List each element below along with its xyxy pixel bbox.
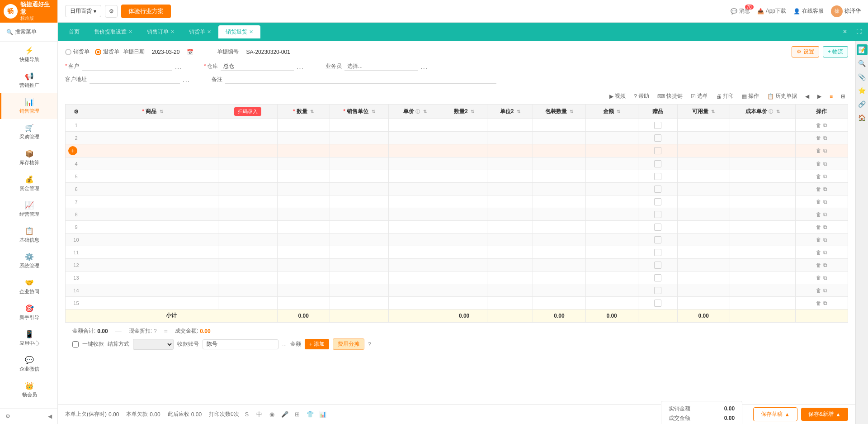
gift-checkbox[interactable] — [654, 262, 661, 269]
sales-doc-radio[interactable]: 销货单 — [65, 48, 90, 56]
save-new-btn[interactable]: 保存&新增 ▲ — [801, 408, 848, 421]
gift-checkbox[interactable] — [654, 122, 661, 129]
copy-row-btn[interactable]: ⧉ — [823, 249, 827, 256]
scan-btn[interactable]: 扫码录入 — [234, 107, 261, 116]
prev-btn[interactable]: ◀ — [802, 92, 812, 101]
sidebar-item-basic-info[interactable]: 📋 基础信息 — [0, 222, 57, 248]
product-cell[interactable] — [87, 233, 218, 246]
customer-input[interactable] — [82, 62, 172, 71]
sidebar-item-purchase-mgmt[interactable]: 🛒 采购管理 — [0, 119, 57, 145]
gift-checkbox[interactable] — [654, 287, 661, 294]
gift-checkbox[interactable] — [654, 211, 661, 218]
tab-sales-return[interactable]: 销货退货 ✕ — [218, 25, 260, 38]
message-btn[interactable]: 💬 消息 70 — [731, 7, 750, 15]
right-panel-icon-6[interactable]: 🏠 — [857, 112, 868, 123]
print-tool-1[interactable]: S — [242, 410, 252, 419]
industry-dropdown[interactable]: 日用百货 ▾ — [65, 5, 101, 17]
tab-close-all-btn[interactable]: ✕ — [840, 28, 850, 36]
delete-row-btn[interactable]: 🗑 — [816, 237, 821, 243]
product-cell[interactable] — [87, 221, 218, 233]
gift-checkbox[interactable] — [654, 198, 661, 205]
delete-row-btn[interactable]: 🗑 — [816, 211, 821, 218]
product-cell[interactable] — [87, 132, 218, 144]
app-download-btn[interactable]: 📥 App下载 — [757, 7, 786, 15]
print-tool-7[interactable]: 📊 — [318, 410, 328, 419]
copy-row-btn[interactable]: ⧉ — [823, 262, 827, 268]
sidebar-item-app-center[interactable]: 📱 应用中心 — [0, 325, 57, 351]
tab-sales-delivery-close[interactable]: ✕ — [207, 29, 211, 35]
user-info[interactable]: 徐 徐泽华 — [831, 5, 861, 17]
gift-checkbox[interactable] — [654, 249, 661, 256]
shortcut-btn[interactable]: ⌨ 快捷键 — [655, 91, 685, 101]
warehouse-input[interactable] — [221, 62, 294, 71]
right-panel-icon-4[interactable]: ⭐ — [857, 85, 868, 96]
tab-fullscreen-btn[interactable]: ⛶ — [854, 28, 864, 36]
account-dots[interactable]: ... — [282, 341, 287, 348]
tab-sales-return-close[interactable]: ✕ — [249, 29, 253, 35]
expense-split-btn[interactable]: 费用分摊 — [333, 338, 364, 350]
tab-price-setup-close[interactable]: ✕ — [128, 29, 132, 35]
doc-date-value[interactable]: 2023-03-20 — [152, 49, 179, 55]
copy-row-btn[interactable]: ⧉ — [823, 275, 827, 281]
grid-view-btn[interactable]: ⊞ — [838, 92, 848, 101]
tab-price-setup[interactable]: 售价提取设置 ✕ — [87, 25, 140, 38]
right-panel-icon-5[interactable]: 🔗 — [857, 99, 868, 110]
product-cell[interactable] — [87, 208, 218, 221]
col-settings-header[interactable]: ⚙ — [66, 105, 87, 119]
tab-sales-order[interactable]: 销售订单 ✕ — [140, 25, 182, 38]
staff-dots[interactable]: ... — [420, 62, 428, 71]
product-cell[interactable] — [87, 272, 218, 284]
product-cell[interactable] — [87, 144, 218, 157]
sidebar-item-new-guide[interactable]: 🎯 新手引导 — [0, 300, 57, 325]
product-cell[interactable] — [87, 195, 218, 208]
gift-checkbox[interactable] — [654, 274, 661, 281]
set-btn[interactable]: ⚙ 设置 — [792, 46, 819, 57]
sidebar-collapse-icon[interactable]: ◀ — [48, 413, 52, 419]
right-panel-icon-1[interactable]: 📝 — [857, 44, 868, 55]
delete-row-btn[interactable]: 🗑 — [816, 224, 821, 230]
print-tool-3[interactable]: ◉ — [267, 410, 277, 419]
delete-row-btn[interactable]: 🗑 — [816, 122, 821, 129]
copy-row-btn[interactable]: ⧉ — [823, 300, 827, 306]
product-cell[interactable] — [87, 246, 218, 259]
product-cell[interactable] — [87, 183, 218, 195]
history-btn[interactable]: 📋 历史单据 — [764, 91, 800, 101]
delete-row-btn[interactable]: 🗑 — [816, 135, 821, 141]
sidebar-item-system-mgmt[interactable]: ⚙️ 系统管理 — [0, 248, 57, 274]
copy-row-btn[interactable]: ⧉ — [823, 224, 827, 230]
copy-row-btn[interactable]: ⧉ — [823, 148, 827, 154]
gift-checkbox[interactable] — [654, 224, 661, 231]
delete-row-btn[interactable]: 🗑 — [816, 249, 821, 256]
delete-row-btn[interactable]: 🗑 — [816, 161, 821, 167]
delete-row-btn[interactable]: 🗑 — [816, 173, 821, 180]
operate-btn[interactable]: ▦ 操作 — [739, 91, 762, 101]
right-panel-icon-2[interactable]: 🔍 — [857, 58, 868, 69]
tab-home[interactable]: 首页 — [61, 25, 87, 38]
customer-dots[interactable]: ... — [175, 62, 182, 71]
copy-row-btn[interactable]: ⧉ — [823, 199, 827, 205]
print-tool-2[interactable]: 中 — [255, 410, 264, 419]
gift-checkbox[interactable] — [654, 134, 661, 142]
copy-row-btn[interactable]: ⧉ — [823, 211, 827, 218]
expense-help-icon[interactable]: ? — [368, 341, 371, 348]
gift-checkbox[interactable] — [654, 186, 661, 193]
copy-row-btn[interactable]: ⧉ — [823, 122, 827, 129]
one-key-collect-checkbox[interactable] — [72, 341, 79, 348]
product-cell[interactable] — [87, 284, 218, 297]
experience-btn[interactable]: 体验行业方案 — [121, 5, 171, 18]
save-draft-btn[interactable]: 保存草稿 ▲ — [753, 407, 797, 421]
print-tool-6[interactable]: 👕 — [305, 410, 315, 419]
print-tool-4[interactable]: 🎤 — [280, 410, 290, 419]
gift-checkbox[interactable] — [654, 160, 661, 167]
next-btn[interactable]: ▶ — [815, 92, 824, 101]
copy-row-btn[interactable]: ⧉ — [823, 287, 827, 294]
gift-checkbox[interactable] — [654, 236, 661, 243]
help-btn[interactable]: ? 帮助 — [631, 91, 652, 101]
copy-row-btn[interactable]: ⧉ — [823, 186, 827, 192]
delete-row-btn[interactable]: 🗑 — [816, 275, 821, 281]
copy-row-btn[interactable]: ⧉ — [823, 237, 827, 243]
sidebar-search[interactable]: 🔍 搜索菜单 — [0, 23, 57, 42]
sidebar-item-marketing[interactable]: 📢 营销推广 — [0, 67, 57, 93]
add-row-btn[interactable]: + — [68, 146, 77, 155]
list-view-btn[interactable]: ≡ — [827, 92, 835, 101]
